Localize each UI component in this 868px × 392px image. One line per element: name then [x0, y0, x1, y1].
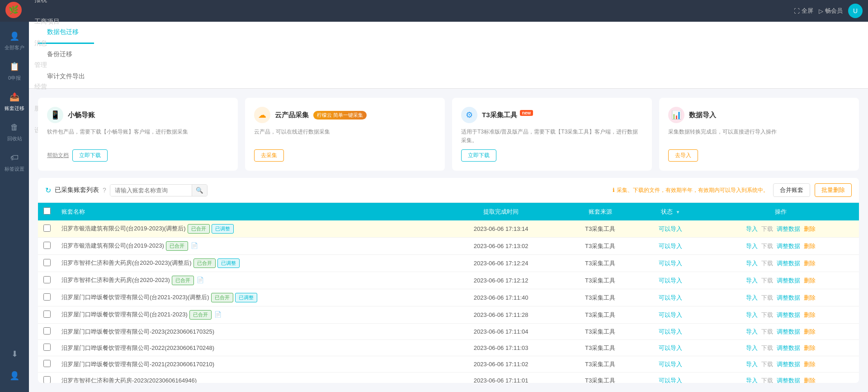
row-checkbox-cell [38, 289, 56, 306]
action-删除[interactable]: 删除 [804, 225, 816, 232]
action-调整数据[interactable]: 调整数据 [777, 377, 800, 383]
t3-download-button[interactable]: 立即下载 [461, 149, 496, 162]
action-导入[interactable]: 导入 [746, 311, 758, 318]
row-checkbox-8[interactable] [43, 360, 51, 367]
action-删除[interactable]: 删除 [804, 361, 816, 368]
action-调整数据[interactable]: 调整数据 [777, 311, 800, 318]
status-ok-text: 可以导入 [659, 277, 682, 284]
nav-item-管理[interactable]: 管理 [28, 54, 66, 76]
action-调整数据[interactable]: 调整数据 [777, 361, 800, 368]
batch-delete-button[interactable]: 批量删除 [815, 183, 852, 197]
row-checkbox-2[interactable] [43, 259, 51, 266]
cloud-collect-button[interactable]: 去采集 [254, 149, 284, 162]
sidebar-item-4[interactable]: 🏷标签设置 [5, 147, 24, 177]
sidebar-item-0[interactable]: 👤全部客户 [5, 25, 24, 56]
xiaochu-help-link[interactable]: 帮助文档 [47, 152, 69, 159]
nav-item-消息[interactable]: 消息 [28, 33, 66, 54]
sidebar-item-1[interactable]: 📋0申报 [5, 56, 24, 86]
action-下载[interactable]: 下载 [761, 361, 773, 368]
member-button[interactable]: ▷ 畅会员 [819, 7, 843, 15]
action-调整数据[interactable]: 调整数据 [777, 344, 800, 351]
row-source: T3采集工具 [562, 306, 639, 324]
file-icon[interactable]: 📄 [191, 242, 198, 249]
row-status: 可以导入 [638, 272, 702, 289]
nav-item-报税[interactable]: 报税 [28, 0, 66, 11]
sidebar-item-2[interactable]: 📤账套迁移 [5, 86, 24, 116]
row-actions: 导入下载调整数据删除 [703, 324, 859, 340]
action-下载[interactable]: 下载 [761, 243, 773, 249]
action-下载[interactable]: 下载 [761, 328, 773, 335]
row-status: 可以导入 [638, 238, 702, 255]
row-checkbox-5[interactable] [43, 311, 51, 318]
sidebar-icon-0: 👤 [8, 30, 21, 43]
action-下载[interactable]: 下载 [761, 277, 773, 284]
row-name: 汨罗市智祥仁济和善大药房-2023(20230606164946) [56, 373, 440, 383]
select-all-checkbox[interactable] [43, 207, 51, 215]
action-导入[interactable]: 导入 [746, 277, 758, 284]
sidebar-item-3[interactable]: 🗑回收站 [5, 116, 24, 147]
search-input[interactable] [110, 185, 192, 196]
xiaochu-download-button[interactable]: 立即下载 [72, 149, 108, 162]
file-icon[interactable]: 📄 [197, 277, 204, 283]
action-导入[interactable]: 导入 [746, 377, 758, 383]
action-下载[interactable]: 下载 [761, 294, 773, 301]
row-checkbox-9[interactable] [43, 376, 51, 383]
fullscreen-label: 全屏 [802, 7, 813, 15]
action-导入[interactable]: 导入 [746, 294, 758, 301]
table-wrapper: 账套名称 提取完成时间 账套来源 状态 ▼ 操作 汨罗市银浩建筑有限公司(台20… [38, 203, 859, 383]
card-header-t3: ⚙ T3采集工具 new [461, 107, 643, 123]
action-调整数据[interactable]: 调整数据 [777, 328, 800, 335]
action-导入[interactable]: 导入 [746, 361, 758, 368]
action-调整数据[interactable]: 调整数据 [777, 225, 800, 232]
card-t3: ⚙ T3采集工具 new 适用于T3标准版/普及版产品，需要下载【T3采集工具】… [452, 98, 652, 171]
row-checkbox-4[interactable] [43, 293, 51, 301]
action-导入[interactable]: 导入 [746, 328, 758, 335]
main-layout: 👤全部客户📋0申报📤账套迁移🗑回收站🏷标签设置 ⬇ 👤 数据包迁移备份迁移审计文… [0, 22, 868, 392]
action-调整数据[interactable]: 调整数据 [777, 294, 800, 301]
action-删除[interactable]: 删除 [804, 294, 816, 301]
table-row: 汨罗市银浩建筑有限公司(台2019-2023)(调整后)已合开已调整2023-0… [38, 220, 859, 238]
table-section: ↻ 已采集账套列表 ? 🔍 ℹ 采集、下载的文件，有效期半年，有效期内可以导入到… [38, 178, 859, 383]
action-下载[interactable]: 下载 [761, 225, 773, 232]
action-调整数据[interactable]: 调整数据 [777, 243, 800, 249]
action-删除[interactable]: 删除 [804, 260, 816, 267]
action-下载[interactable]: 下载 [761, 377, 773, 383]
table-row: 汨罗市智祥仁济和善大药房-2023(20230606164946)2023-06… [38, 373, 859, 383]
nav-item-工商项目[interactable]: 工商项目 [28, 11, 66, 33]
fullscreen-button[interactable]: ⛶ 全屏 [794, 7, 813, 15]
action-删除[interactable]: 删除 [804, 277, 816, 284]
action-导入[interactable]: 导入 [746, 225, 758, 232]
row-checkbox-1[interactable] [43, 242, 51, 249]
row-checkbox-6[interactable] [43, 327, 51, 335]
action-导入[interactable]: 导入 [746, 344, 758, 351]
sidebar-item-profile[interactable]: 👤 [8, 365, 21, 387]
row-checkbox-0[interactable] [43, 225, 51, 232]
merge-button[interactable]: 合并账套 [773, 183, 810, 197]
action-导入[interactable]: 导入 [746, 260, 758, 267]
action-导入[interactable]: 导入 [746, 243, 758, 249]
help-icon[interactable]: ? [103, 186, 106, 194]
action-删除[interactable]: 删除 [804, 311, 816, 318]
action-删除[interactable]: 删除 [804, 377, 816, 383]
action-调整数据[interactable]: 调整数据 [777, 260, 800, 267]
avatar[interactable]: U [848, 4, 863, 18]
action-下载[interactable]: 下载 [761, 311, 773, 318]
action-下载[interactable]: 下载 [761, 344, 773, 351]
action-调整数据[interactable]: 调整数据 [777, 277, 800, 284]
action-删除[interactable]: 删除 [804, 344, 816, 351]
search-button[interactable]: 🔍 [192, 185, 207, 196]
import-go-button[interactable]: 去导入 [668, 149, 698, 162]
nav-item-经营[interactable]: 经营 [28, 76, 66, 98]
action-删除[interactable]: 删除 [804, 243, 816, 249]
action-下载[interactable]: 下载 [761, 260, 773, 267]
refresh-icon[interactable]: ↻ [45, 186, 51, 195]
row-checkbox-3[interactable] [43, 276, 51, 283]
table-header: 账套名称 提取完成时间 账套来源 状态 ▼ 操作 [38, 203, 859, 220]
action-删除[interactable]: 删除 [804, 328, 816, 335]
logo[interactable]: 🌿 [5, 2, 24, 20]
status-sort-icon[interactable]: ▼ [676, 210, 680, 215]
sidebar-item-download[interactable]: ⬇ [8, 343, 21, 365]
row-checkbox-cell [38, 340, 56, 356]
file-icon[interactable]: 📄 [214, 311, 222, 318]
row-checkbox-7[interactable] [43, 344, 51, 351]
